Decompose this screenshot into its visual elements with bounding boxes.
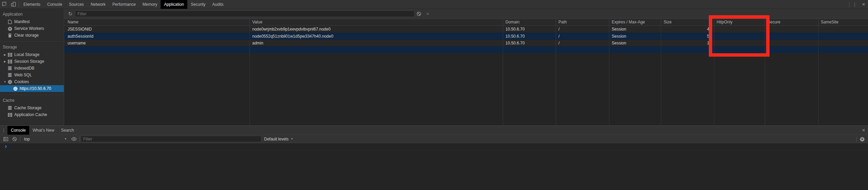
log-levels-selector[interactable]: Default levels ▼ <box>261 135 296 143</box>
sidebar-item-service-workers[interactable]: Service Workers <box>0 25 64 32</box>
cell-size[interactable]: 47 <box>661 26 714 33</box>
cell-httponly[interactable] <box>714 33 765 39</box>
toolbar-separator <box>849 2 849 7</box>
cell-samesite[interactable] <box>818 26 868 33</box>
table-row-empty-selected[interactable] <box>64 46 868 53</box>
sidebar-item-websql[interactable]: Web SQL <box>0 72 64 78</box>
manifest-file-icon <box>7 20 13 24</box>
sidebar-item-cookie-origin[interactable]: https://10.50.6.70 <box>0 85 64 92</box>
tab-elements[interactable]: Elements <box>20 0 44 9</box>
cell-size[interactable]: 13 <box>661 40 714 46</box>
tab-security[interactable]: Security <box>187 0 209 9</box>
column-header-expires[interactable]: Expires / Max-Age <box>609 19 661 25</box>
cell-samesite[interactable] <box>818 40 868 46</box>
cell-name[interactable]: authSessionId <box>64 33 250 39</box>
tab-network[interactable]: Network <box>87 0 109 9</box>
cell-httponly[interactable] <box>714 40 765 46</box>
expander-expanded-icon[interactable]: ▼ <box>3 80 7 83</box>
cell-value[interactable]: admin <box>250 40 503 46</box>
cell-expires[interactable]: Session <box>609 33 661 39</box>
sidebar-item-local-storage[interactable]: ▶ Local Storage <box>0 51 64 58</box>
column-header-domain[interactable]: Domain <box>503 19 556 25</box>
console-prompt[interactable] <box>0 143 868 151</box>
database-icon <box>7 73 13 77</box>
column-header-name[interactable]: Name <box>64 19 250 25</box>
cell-name[interactable]: username <box>64 40 250 46</box>
clear-all-cookies-icon[interactable] <box>414 10 423 18</box>
close-devtools-icon[interactable]: ✕ <box>859 0 868 9</box>
cell-secure[interactable] <box>765 26 818 33</box>
cell-path[interactable]: / <box>556 33 609 39</box>
cell-expires[interactable]: Session <box>609 40 661 46</box>
database-icon <box>7 66 13 70</box>
storage-table-icon <box>7 113 13 117</box>
column-header-size[interactable]: Size <box>661 19 714 25</box>
cell-samesite[interactable] <box>818 33 868 39</box>
expander-collapsed-icon[interactable]: ▶ <box>3 53 7 56</box>
cookies-filter-input[interactable] <box>75 11 414 17</box>
drawer-tab-console[interactable]: Console <box>7 126 29 135</box>
cell-domain[interactable]: 10.50.6.70 <box>503 40 556 46</box>
cell-expires[interactable]: Session <box>609 26 661 33</box>
gear-icon <box>7 26 13 31</box>
cell-httponly[interactable] <box>714 26 765 33</box>
column-header-httponly[interactable]: HttpOnly <box>714 19 765 25</box>
sidebar-item-application-cache[interactable]: Application Cache <box>0 111 64 118</box>
cell-secure[interactable] <box>765 33 818 39</box>
tab-audits[interactable]: Audits <box>209 0 227 9</box>
chevron-down-icon: ▼ <box>291 137 293 140</box>
delete-selected-cookie-icon[interactable]: ✕ <box>423 10 432 18</box>
execution-context-selector[interactable]: top ▼ <box>21 135 70 143</box>
cookie-icon <box>7 80 13 84</box>
sidebar-section-application: Application Manifest Service Workers <box>0 9 64 41</box>
expander-collapsed-icon[interactable]: ▶ <box>3 60 7 63</box>
sidebar-item-indexeddb[interactable]: IndexedDB <box>0 65 64 72</box>
tab-application[interactable]: Application <box>161 0 187 9</box>
cell-value[interactable]: node0wrjmb2xvb9p1eevpdvibvpnl67.node0 <box>250 26 503 33</box>
clear-console-icon[interactable] <box>10 135 19 144</box>
tab-sources[interactable]: Sources <box>66 0 87 9</box>
cell-domain[interactable]: 10.50.6.70 <box>503 33 556 39</box>
sidebar-item-session-storage[interactable]: ▶ Session Storage <box>0 58 64 65</box>
toolbar-separator <box>79 136 80 142</box>
sidebar-item-label: Manifest <box>14 19 30 24</box>
table-row-jsessionid[interactable]: JSESSIONID node0wrjmb2xvb9p1eevpdvibvpnl… <box>64 26 868 33</box>
cell-path[interactable]: / <box>556 40 609 46</box>
tab-console[interactable]: Console <box>44 0 66 9</box>
console-drawer: ⋮ Console What’s New Search ✕ top ▼ <box>0 126 868 190</box>
close-drawer-icon[interactable]: ✕ <box>859 126 868 135</box>
console-settings-gear-icon[interactable] <box>858 135 867 144</box>
sidebar-item-cookies[interactable]: ▼ Cookies <box>0 78 64 85</box>
cookie-icon <box>13 87 18 91</box>
tab-memory[interactable]: Memory <box>139 0 161 9</box>
table-row-authsessionid[interactable]: authSessionId node0552q51znbli01w1d5pw33… <box>64 33 868 39</box>
console-filter-input[interactable] <box>81 136 261 142</box>
cell-secure[interactable] <box>765 40 818 46</box>
sidebar-item-manifest[interactable]: Manifest <box>0 18 64 25</box>
live-expression-eye-icon[interactable] <box>70 135 78 144</box>
drawer-kebab-menu-icon[interactable]: ⋮ <box>0 128 7 133</box>
drawer-tab-search[interactable]: Search <box>58 126 77 135</box>
column-header-path[interactable]: Path <box>556 19 609 25</box>
cell-domain[interactable]: 10.50.6.70 <box>503 26 556 33</box>
inspect-element-button[interactable] <box>0 0 9 9</box>
kebab-menu-icon[interactable]: ⋮ <box>850 0 859 9</box>
toggle-device-toolbar-button[interactable] <box>9 0 18 9</box>
drawer-tab-whats-new[interactable]: What’s New <box>29 126 58 135</box>
section-title: Application <box>0 11 64 18</box>
column-header-samesite[interactable]: SameSite <box>818 19 868 25</box>
tab-performance[interactable]: Performance <box>109 0 139 9</box>
column-header-secure[interactable]: Secure <box>765 19 818 25</box>
column-header-value[interactable]: Value <box>250 19 503 25</box>
table-row-username[interactable]: username admin 10.50.6.70 / Session 13 <box>64 39 868 46</box>
cell-name[interactable]: JSESSIONID <box>64 26 250 33</box>
sidebar-item-clear-storage[interactable]: Clear storage <box>0 32 64 39</box>
refresh-icon[interactable]: ↻ <box>67 11 74 17</box>
console-sidebar-toggle-icon[interactable] <box>1 135 10 144</box>
cell-size[interactable]: 50 <box>661 33 714 39</box>
sidebar-item-label: Web SQL <box>14 73 32 77</box>
cell-value[interactable]: node0552q51znbli01w1d5pw3347h40.node0 <box>250 33 503 39</box>
sidebar-item-cache-storage[interactable]: Cache Storage <box>0 104 64 111</box>
cookies-toolbar: ↻ ✕ <box>64 9 868 19</box>
cell-path[interactable]: / <box>556 26 609 33</box>
